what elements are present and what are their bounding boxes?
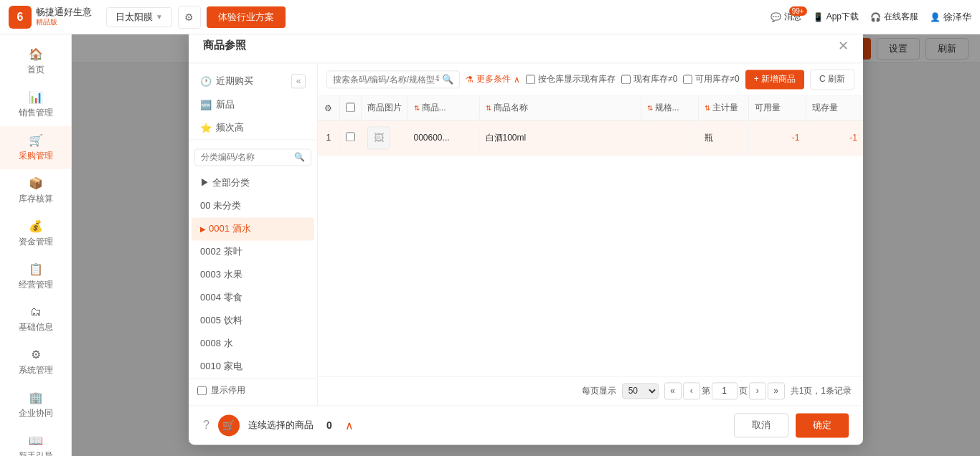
sidebar-label-purchase: 采购管理 (19, 150, 53, 162)
gear-button[interactable]: ⚙ (178, 6, 201, 29)
sidebar-item-home[interactable]: 🏠 首页 (0, 40, 71, 83)
header-right: 💬 消息 99+ 📱 App下载 🎧 在线客服 👤 徐泽华 (771, 11, 971, 24)
category-item-00[interactable]: 00 未分类 (192, 194, 314, 217)
quick-frequent[interactable]: ⭐ 频次高 (194, 116, 311, 139)
filter-icon: ⚗ (466, 75, 473, 85)
category-item-0010[interactable]: 0010 家电 (192, 355, 314, 378)
filter-more-label: 更多条件 (476, 73, 511, 85)
filter-bar: 🔍 ⚗ 更多条件 ∧ 按仓库显示现有库存 (318, 63, 863, 96)
table-row[interactable]: 1 🖼 000600... (318, 120, 863, 156)
category-item-0008[interactable]: 0008 水 (192, 332, 314, 355)
logo-icon: 6 (9, 6, 32, 29)
th-stock[interactable]: 现存量 (806, 96, 863, 120)
category-item-0004[interactable]: 0004 零食 (192, 286, 314, 309)
per-page-label: 每页显示 (582, 385, 616, 397)
th-check[interactable] (339, 96, 361, 120)
sidebar-label-inventory: 库存核算 (19, 193, 53, 205)
product-modal: 商品参照 ✕ 🕐 近期购买 « 🆕 新品 (189, 34, 863, 445)
checkbox-stock-input[interactable] (621, 75, 631, 84)
sidebar-label-guide: 新手引导 (19, 450, 53, 456)
sidebar-label-enterprise: 企业协同 (19, 407, 53, 419)
th-spec[interactable]: ⇅ 规格... (641, 96, 698, 120)
checkbox-avail-input[interactable] (683, 75, 692, 84)
row-checkbox[interactable] (346, 132, 355, 141)
th-code-label: 商品... (422, 102, 446, 114)
confirm-button[interactable]: 确定 (796, 413, 849, 437)
th-name[interactable]: ⇅ 商品名称 (479, 96, 641, 120)
footer-collapse-button[interactable]: ∧ (345, 419, 354, 432)
industry-button[interactable]: 体验行业方案 (207, 6, 286, 28)
product-search-input[interactable] (333, 75, 439, 85)
sidebar-item-enterprise[interactable]: 🏢 企业协同 (0, 384, 71, 427)
display-disabled-checkbox[interactable] (197, 386, 207, 395)
category-item-0001[interactable]: ▶ 0001 酒水 (192, 217, 314, 240)
gear-icon: ⚙ (184, 11, 194, 23)
sidebar-label-sales: 销售管理 (19, 107, 53, 119)
home-icon: 🏠 (29, 47, 43, 61)
sidebar-item-sales[interactable]: 📊 销售管理 (0, 83, 71, 126)
help-icon[interactable]: ? (203, 419, 209, 432)
page-number-input[interactable] (712, 382, 738, 399)
footer-actions: 取消 确定 (734, 413, 849, 437)
product-table: ⚙ 商品图片 (318, 96, 863, 156)
checkbox-stock-nonzero[interactable]: 现有库存≠0 (621, 73, 677, 85)
sidebar-item-business[interactable]: 📋 经营管理 (0, 255, 71, 298)
clock-icon: 🕐 (200, 76, 212, 87)
message-icon: 💬 (771, 12, 781, 22)
sidebar-item-system[interactable]: ⚙ 系统管理 (0, 341, 71, 384)
checkbox-warehouse[interactable]: 按仓库显示现有库存 (526, 73, 616, 85)
th-settings[interactable]: ⚙ (318, 96, 339, 120)
online-service-label: 在线客服 (884, 11, 918, 23)
category-search-box[interactable]: 🔍 (194, 148, 311, 166)
sales-icon: 📊 (29, 90, 43, 104)
online-service-item[interactable]: 🎧 在线客服 (870, 11, 918, 23)
category-item-0002[interactable]: 0002 茶叶 (192, 240, 314, 263)
sidebar-item-purchase[interactable]: 🛒 采购管理 (0, 126, 71, 169)
cancel-button[interactable]: 取消 (734, 413, 788, 437)
category-item-0003[interactable]: 0003 水果 (192, 263, 314, 286)
app-download-item[interactable]: 📱 App下载 (813, 11, 859, 23)
main-layout: 🏠 首页 📊 销售管理 🛒 采购管理 📦 库存核算 💰 资金管理 📋 经营管理 … (0, 34, 980, 456)
product-table-wrap: ⚙ 商品图片 (318, 96, 863, 376)
sidebar-item-basic[interactable]: 🗂 基础信息 (0, 298, 71, 341)
last-page-button[interactable]: » (768, 382, 785, 399)
modal-close-button[interactable]: ✕ (838, 39, 849, 52)
per-page-select[interactable]: 10 20 50 100 (622, 383, 659, 399)
select-all-checkbox[interactable] (346, 103, 355, 112)
quick-new-items[interactable]: 🆕 新品 (194, 93, 311, 116)
row-unit: 瓶 (698, 120, 748, 156)
checkbox-warehouse-input[interactable] (526, 75, 535, 84)
notification-item[interactable]: 💬 消息 99+ (771, 11, 801, 23)
collapse-button[interactable]: « (291, 74, 306, 88)
refresh-product-button[interactable]: C 刷新 (810, 69, 854, 90)
nav-selector[interactable]: 日太阳膜 ▼ (106, 7, 172, 27)
row-check[interactable] (339, 120, 361, 156)
row-settings: 1 (318, 120, 339, 156)
user-item[interactable]: 👤 徐泽华 (930, 11, 971, 24)
all-category-label: ▶ 全部分类 (200, 176, 250, 189)
cart-button[interactable]: 🛒 (218, 414, 240, 436)
category-search-input[interactable] (201, 152, 291, 162)
filter-more-button[interactable]: ⚗ 更多条件 ∧ (466, 73, 520, 85)
content-area: 查询 设置 刷新 商品参照 ✕ 🕐 近期购买 (72, 34, 980, 456)
sidebar: 🏠 首页 📊 销售管理 🛒 采购管理 📦 库存核算 💰 资金管理 📋 经营管理 … (0, 34, 72, 456)
category-all[interactable]: ▶ 全部分类 (192, 171, 314, 194)
category-item-0005[interactable]: 0005 饮料 (192, 309, 314, 332)
sidebar-item-finance[interactable]: 💰 资金管理 (0, 212, 71, 255)
th-avail[interactable]: 可用量 (748, 96, 806, 120)
quick-recent-buy[interactable]: 🕐 近期购买 « (194, 69, 311, 93)
filter-chevron-icon: ∧ (514, 75, 520, 85)
first-page-button[interactable]: « (664, 382, 682, 399)
sidebar-label-business: 经营管理 (19, 279, 53, 291)
product-search-wrap[interactable]: 🔍 (326, 70, 460, 88)
checkbox-avail-nonzero[interactable]: 可用库存≠0 (683, 73, 739, 85)
nav-dropdown-arrow: ▼ (156, 13, 163, 21)
th-unit[interactable]: ⇅ 主计量 (698, 96, 748, 120)
logo-area: 6 畅捷通好生意 精品版 (9, 6, 95, 29)
th-code[interactable]: ⇅ 商品... (407, 96, 479, 120)
sidebar-item-inventory[interactable]: 📦 库存核算 (0, 169, 71, 212)
sidebar-item-guide[interactable]: 📖 新手引导 (0, 427, 71, 456)
prev-page-button[interactable]: ‹ (683, 382, 700, 399)
add-product-button[interactable]: + 新增商品 (745, 70, 804, 89)
next-page-button[interactable]: › (749, 382, 766, 399)
